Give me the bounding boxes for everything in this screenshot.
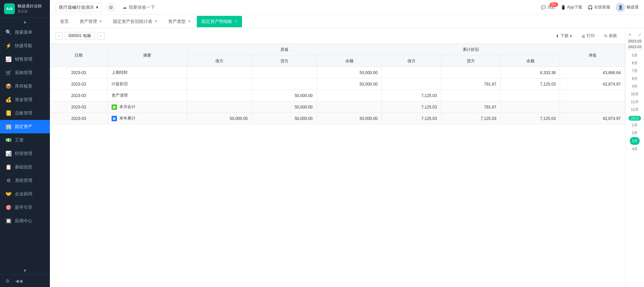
- row-accum-debit: [382, 78, 441, 90]
- tab-home[interactable]: 首页: [55, 16, 73, 27]
- timeline-month[interactable]: 12月: [629, 106, 641, 114]
- timeline-close-btn[interactable]: ✕: [628, 32, 632, 37]
- row-accum-balance: [500, 101, 560, 113]
- tab-asset-detail[interactable]: 固定资产明细账 ✕: [197, 16, 242, 27]
- row-orig-credit: 50,000.00: [252, 113, 317, 124]
- sidebar-item-operations[interactable]: 📊 经营管理: [0, 147, 50, 160]
- app-name: 畅捷通好业财: [18, 4, 42, 9]
- row-accum-balance: 7,125.03: [500, 113, 560, 124]
- sidebar-scroll-up[interactable]: ▲: [0, 18, 50, 26]
- timeline-month[interactable]: 7月: [629, 67, 641, 75]
- timeline-sub-month[interactable]: 1月: [628, 121, 641, 129]
- sidebar-scroll-down[interactable]: ▼: [0, 267, 50, 275]
- sidebar-item-enterprise[interactable]: 🤝 企业协同: [0, 187, 50, 201]
- timeline-month[interactable]: 6月: [629, 59, 641, 67]
- system-icon: ⚙: [5, 178, 11, 184]
- sidebar-item-label: 工资: [15, 137, 24, 143]
- row-accum-debit: 7,125.03: [382, 113, 441, 124]
- month-summary-icon: ▣: [112, 104, 117, 110]
- row-orig-balance: [317, 101, 382, 113]
- sidebar-item-sales[interactable]: 📈 销售管理: [0, 53, 50, 66]
- tab-asset-mgmt[interactable]: 资产管理 ✕: [75, 16, 107, 27]
- timeline-month[interactable]: 5月: [629, 52, 641, 59]
- headset-icon: 🎧: [588, 5, 593, 10]
- timeline-header2: 2023.03: [625, 44, 644, 50]
- purchase-icon: 🛒: [5, 70, 11, 76]
- row-orig-credit: 50,000.00: [252, 90, 317, 101]
- timeline-month[interactable]: 10月: [629, 90, 641, 98]
- table-row: 2023-03 ▣ 本月合计 50,000.00 7,125.03 791.67: [50, 101, 625, 113]
- tab-depreciation-table[interactable]: 固定资产折旧统计表 ✕: [108, 16, 162, 27]
- timeline-month[interactable]: 8月: [629, 75, 641, 83]
- sidebar-item-system[interactable]: ⚙ 系统管理: [0, 174, 50, 187]
- next-asset-btn[interactable]: ›: [97, 32, 104, 40]
- sidebar-item-search[interactable]: 🔍 搜索菜单: [0, 26, 50, 39]
- timeline-month[interactable]: 9月: [629, 83, 641, 90]
- timeline-header1: 2023.03: [625, 38, 644, 44]
- topbar: 医疗器械行业演示 ▾ ⚙ ☁ 我要体验一下 💬 消息 99+ 📱 App下载 🎧…: [50, 0, 644, 15]
- timeline-sub-month[interactable]: 4月: [628, 145, 641, 153]
- search-icon: 🔍: [5, 29, 11, 35]
- sidebar-item-fund[interactable]: 💰 资金管理: [0, 93, 50, 106]
- sidebar-item-fixed-assets[interactable]: 🏢 固定资产: [0, 120, 50, 133]
- settings-icon[interactable]: ⚙: [5, 278, 10, 284]
- sidebar-item-quick-nav[interactable]: ⚡ 快捷导航: [0, 39, 50, 53]
- sidebar-item-label: 搜索菜单: [15, 29, 32, 35]
- sidebar-item-label: 库存核算: [15, 83, 32, 89]
- sidebar-item-apps[interactable]: 🔲 应用中心: [0, 214, 50, 228]
- row-orig-debit: [187, 90, 252, 101]
- sub-toolbar: ‹ 000001 电脑 › ⬇ 下载 ▾ 🖨 打印 ↻: [50, 28, 625, 44]
- download-btn[interactable]: ⬇ 下载 ▾: [553, 32, 575, 40]
- sidebar-item-payroll[interactable]: 💵 工资: [0, 133, 50, 147]
- tab-asset-type[interactable]: 资产类型 ✕: [163, 16, 195, 27]
- sidebar-item-label: 总账管理: [15, 110, 32, 116]
- app-download-btn[interactable]: 📱 App下载: [561, 4, 582, 10]
- timeline-divider2: [627, 114, 642, 115]
- row-orig-credit: 50,000.00: [252, 101, 317, 113]
- basic-info-icon: 📋: [5, 164, 11, 170]
- col-orig-balance: 余额: [317, 56, 382, 67]
- timeline-year-badge[interactable]: 2023: [628, 116, 641, 121]
- collapse-icon[interactable]: ◀◀: [15, 278, 23, 284]
- row-summary-cell: 计提折旧: [107, 78, 187, 90]
- timeline-sub-month[interactable]: 3月: [630, 137, 640, 145]
- row-date: 2023-03: [50, 78, 108, 90]
- sales-icon: 📈: [5, 56, 11, 62]
- row-net-value: [560, 101, 625, 113]
- prev-asset-btn[interactable]: ‹: [55, 32, 63, 40]
- print-btn[interactable]: 🖨 打印: [579, 32, 597, 40]
- settings-btn[interactable]: ⚙: [106, 3, 116, 12]
- operations-icon: 📊: [5, 151, 11, 157]
- refresh-btn[interactable]: ↻ 刷新: [602, 32, 620, 40]
- col-accum-debit: 借方: [382, 56, 441, 67]
- row-orig-debit: [187, 67, 252, 78]
- timeline-expand-btn[interactable]: ⤢: [638, 32, 641, 37]
- toolbar-right: ⬇ 下载 ▾ 🖨 打印 ↻ 刷新: [553, 32, 620, 40]
- sidebar-item-basic-info[interactable]: 📋 基础信息: [0, 160, 50, 174]
- fixed-assets-icon: 🏢: [5, 124, 11, 130]
- close-asset-type[interactable]: ✕: [188, 19, 191, 24]
- user-avatar-btn[interactable]: 👤 畅捷通: [616, 3, 639, 12]
- table-row: 2023-03 资产清理 50,000.00 7,125.03: [50, 90, 625, 101]
- close-asset-mgmt[interactable]: ✕: [99, 19, 102, 24]
- sidebar-item-guide[interactable]: 🎯 新手引导: [0, 201, 50, 214]
- close-asset-detail[interactable]: ✕: [234, 19, 237, 24]
- experience-btn[interactable]: ☁ 我要体验一下: [122, 4, 155, 10]
- logo-icon: AtA: [4, 3, 15, 14]
- sidebar-item-purchase[interactable]: 🛒 采购管理: [0, 66, 50, 79]
- message-icon: 💬: [541, 5, 546, 10]
- col-accumulated: 累计折旧: [382, 44, 560, 56]
- timeline-panel: ✕ ⤢ 2023.03 2023.03 5月6月7月8月9月10月11月12月 …: [625, 28, 644, 287]
- col-date: 日期: [50, 44, 108, 67]
- row-net-value: 42,874.97: [560, 113, 625, 124]
- company-selector[interactable]: 医疗器械行业演示 ▾: [55, 3, 102, 12]
- timeline-month[interactable]: 11月: [629, 98, 641, 106]
- message-btn[interactable]: 💬 消息 99+: [541, 4, 555, 10]
- sidebar-item-ledger[interactable]: 📒 总账管理: [0, 106, 50, 120]
- timeline-sub-month[interactable]: 2月: [628, 129, 641, 137]
- customer-service-btn[interactable]: 🎧 在线客服: [588, 4, 610, 10]
- sidebar-bottom: ⚙ ◀◀: [0, 275, 50, 287]
- row-summary-cell: ▣ 本年累计: [107, 113, 187, 124]
- close-depreciation-table[interactable]: ✕: [154, 19, 157, 24]
- sidebar-item-inventory[interactable]: 📦 库存核算: [0, 79, 50, 93]
